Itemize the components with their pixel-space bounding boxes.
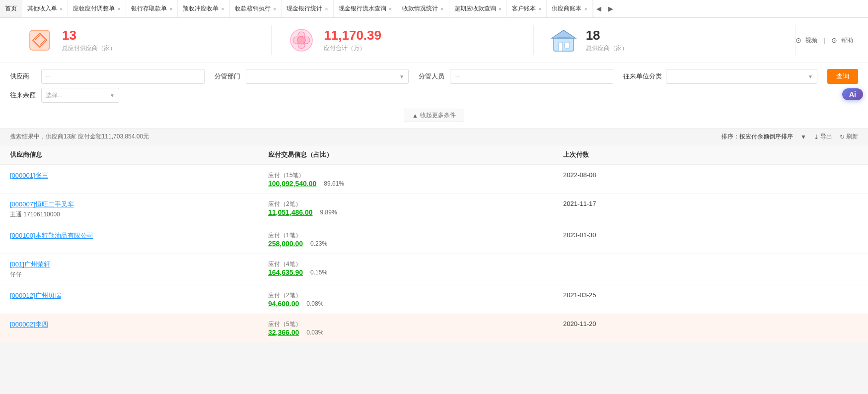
sort-label[interactable]: 排序：按应付余额倒序排序 (722, 132, 793, 141)
supplier-cell-2: [000100]本特勒油品有限公司 (10, 231, 268, 240)
close-icon-9[interactable]: × (499, 6, 502, 12)
nav-label-advance: 预收冲应收单 (183, 4, 218, 13)
dept-input[interactable]: ▼ (246, 69, 409, 84)
video-link-icon: ⊙ (796, 36, 801, 44)
table-row: [000001]张三 应付（15笔） 100,092,540.00 89.61%… (0, 165, 868, 194)
close-icon-1[interactable]: × (60, 6, 63, 12)
supplier-link-4[interactable]: [000012]广州贝瑞 (10, 292, 61, 299)
trade-label-0: 应付（15笔） (268, 171, 563, 180)
lastpay-cell-4: 2021-03-25 (563, 291, 858, 299)
svg-rect-11 (559, 42, 563, 51)
collapse-arrow-icon: ▲ (412, 112, 418, 119)
export-button[interactable]: ⤓ 导出 (814, 132, 832, 141)
nav-label-other-income: 其他收入单 (27, 4, 57, 13)
nav-label-collection: 收款核销执行 (235, 4, 271, 13)
payable-suppliers-label: 总应付供应商（家） (62, 44, 116, 53)
person-input[interactable]: ··· (450, 69, 613, 84)
close-icon-4[interactable]: × (221, 6, 224, 12)
trade-label-1: 应付（2笔） (268, 200, 563, 208)
ai-label: Ai (849, 90, 856, 98)
trade-percent-4: 0.08% (306, 300, 323, 307)
close-icon-3[interactable]: × (169, 6, 172, 12)
table-area: 供应商信息 应付交易信息（占比） 上次付数 [000001]张三 应付（15笔）… (0, 145, 868, 342)
help-link[interactable]: 帮助 (841, 36, 853, 45)
supplier-input[interactable]: ··· (41, 69, 205, 84)
result-bar: 搜索结果中，供应商13家 应付金额111,703,854.00元 排序：按应付余… (0, 129, 868, 145)
collapse-label: 收起更多条件 (420, 111, 456, 120)
nav-item-customer-ledger[interactable]: 客户账本 × (507, 0, 547, 18)
nav-item-home[interactable]: 首页 (0, 0, 22, 18)
trade-amount-1[interactable]: 11,051,486.00 (268, 208, 313, 216)
trade-amount-2[interactable]: 258,000.00 (268, 240, 303, 248)
summary-info-3: 18 总供应商（家） (586, 28, 628, 53)
close-icon-11[interactable]: × (584, 6, 587, 12)
search-button[interactable]: 查询 (827, 69, 858, 84)
nav-item-bank[interactable]: 银行存取款单 × (126, 0, 178, 18)
nav-item-adjustment[interactable]: 应收应付调整单 × (68, 0, 126, 18)
close-icon-5[interactable]: × (273, 6, 276, 12)
nav-label-overdue: 超期应收款查询 (454, 4, 496, 13)
nav-item-other-income[interactable]: 其他收入单 × (22, 0, 68, 18)
svg-rect-12 (565, 42, 570, 48)
video-link[interactable]: 视频 (805, 36, 817, 45)
trade-percent-1: 9.89% (320, 209, 337, 216)
supplier-link-2[interactable]: [000100]本特勒油品有限公司 (10, 232, 93, 239)
sort-dropdown-icon: ▼ (800, 133, 806, 140)
export-icon: ⤓ (814, 133, 819, 140)
nav-item-collection[interactable]: 收款核销执行 × (230, 0, 282, 18)
trade-cell-0: 应付（15笔） 100,092,540.00 89.61% (268, 171, 563, 188)
nav-next-arrow[interactable]: ▶ (605, 0, 617, 18)
supplier-link-3[interactable]: [001]广州荣轩 (10, 261, 50, 268)
nav-item-overdue[interactable]: 超期应收款查询 × (449, 0, 507, 18)
trade-amount-5[interactable]: 32,366.00 (268, 328, 299, 336)
nav-item-advance[interactable]: 预收冲应收单 × (178, 0, 229, 18)
trade-amount-4[interactable]: 94,600.00 (268, 300, 299, 308)
category-input[interactable]: ▼ (666, 69, 818, 84)
supplier-link-0[interactable]: [000001]张三 (10, 172, 48, 179)
table-row: [001]广州荣轩 仔仔 应付（4笔） 164,635.90 0.15% (0, 254, 868, 285)
close-icon-7[interactable]: × (389, 6, 392, 12)
nav-label-bank: 银行存取款单 (131, 4, 167, 13)
supplier-sub-3: 仔仔 (10, 270, 268, 279)
ai-button[interactable]: Ai (842, 88, 863, 100)
supplier-cell-3: [001]广州荣轩 仔仔 (10, 260, 268, 279)
close-icon-10[interactable]: × (538, 6, 541, 12)
search-bar: 供应商 ··· 分管部门 ▼ 分管人员 ··· 往来单位分类 ▼ (0, 63, 868, 129)
nav-item-cash-flow[interactable]: 现金银行流水查询 × (334, 0, 397, 18)
refresh-button[interactable]: ↻ 刷新 (840, 132, 858, 141)
supplier-cell-4: [000012]广州贝瑞 (10, 291, 268, 300)
nav-item-cash-stat[interactable]: 现金银行统计 × (282, 0, 333, 18)
search-field-dept: 分管部门 ▼ (215, 69, 409, 84)
search-row-2: 往来余额 选择... ▼ (10, 88, 858, 103)
search-field-balance: 往来余额 选择... ▼ (10, 88, 119, 103)
nav-item-collection-stat[interactable]: 收款情况统计 × (397, 0, 449, 18)
close-icon-6[interactable]: × (325, 6, 328, 12)
trade-amount-0[interactable]: 100,092,540.00 (268, 180, 316, 188)
nav-item-supplier-ledger[interactable]: 供应商账本 × (547, 0, 592, 18)
balance-dropdown-arrow: ▼ (110, 93, 115, 98)
last-pay-date-5: 2020-11-20 (563, 320, 596, 328)
table-row: [000100]本特勒油品有限公司 应付（1笔） 258,000.00 0.23… (0, 225, 868, 254)
balance-input[interactable]: 选择... ▼ (41, 88, 119, 103)
person-label: 分管人员 (419, 72, 446, 81)
trade-amount-3[interactable]: 164,635.90 (268, 268, 303, 276)
lastpay-cell-2: 2023-01-30 (563, 231, 858, 239)
nav-label-supplier-ledger: 供应商账本 (552, 4, 581, 13)
trade-cell-3: 应付（4笔） 164,635.90 0.15% (268, 260, 563, 276)
trade-label-4: 应付（2笔） (268, 291, 563, 300)
table-row-highlighted: [000002]李四 应付（5笔） 32,366.00 0.03% 2020-1… (0, 314, 868, 342)
nav-prev-arrow[interactable]: ◀ (593, 0, 605, 18)
close-icon-8[interactable]: × (440, 6, 443, 12)
collapse-button[interactable]: ▲ 收起更多条件 (404, 109, 464, 122)
supplier-link-1[interactable]: [000007]恒旺二手叉车 (10, 200, 74, 208)
search-field-supplier: 供应商 ··· (10, 69, 205, 84)
refresh-icon: ↻ (840, 133, 845, 140)
close-icon-2[interactable]: × (117, 6, 120, 12)
balance-placeholder: 选择... (46, 91, 63, 100)
supplier-cell-5: [000002]李四 (10, 320, 268, 329)
supplier-link-5[interactable]: [000002]李四 (10, 321, 48, 328)
lastpay-cell-1: 2021-11-17 (563, 200, 858, 207)
summary-info-2: 11,170.39 应付合计（万） (324, 28, 381, 53)
dept-label: 分管部门 (215, 72, 242, 81)
nav-label-cash-stat: 现金银行统计 (287, 4, 322, 13)
